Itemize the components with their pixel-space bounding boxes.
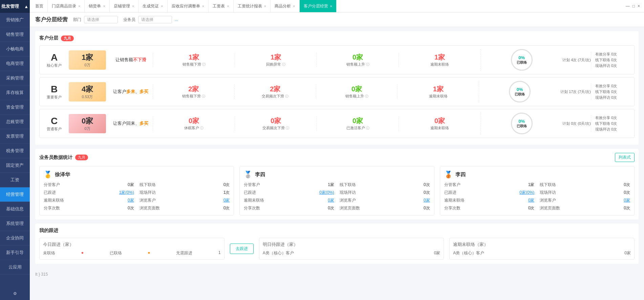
tab-voucher[interactable]: 生成凭证×: [138, 0, 167, 12]
tab-customer-tier[interactable]: 客户分层经营×: [300, 0, 337, 12]
list-item: 分管客户 1家: [444, 182, 535, 188]
main-area: 首页 门店商品目录× 销货单× 店铺管理× 生成凭证× 应收应付调整单× 工资表…: [30, 0, 644, 300]
staff-card-0: 🥇 徐泽华 分管客户 0家 线下联络 0次 已跟进: [39, 166, 234, 215]
gear-icon[interactable]: ⚙: [0, 287, 30, 300]
sidebar-item-ledger[interactable]: 总账管理: [0, 115, 30, 129]
info-icon[interactable]: ⓘ: [202, 62, 206, 67]
overdue-title: 逾期未联络（家）: [453, 241, 631, 248]
goto-followup-button[interactable]: 去跟进: [230, 244, 254, 254]
sidebar-item-fixed-assets[interactable]: 固定资产: [0, 158, 30, 173]
window-minimize-icon[interactable]: —: [626, 4, 630, 8]
list-item: 分享次数 0次: [44, 205, 134, 211]
staff-select[interactable]: 请选择: [138, 16, 172, 23]
sidebar-item-collab[interactable]: 企业协同: [0, 231, 30, 246]
tier-b-stat2: 2家 交易频次下滑 ⓘ: [234, 85, 316, 99]
tier-a-right-stats: 有效分享 0次 线下联络 0次 现场拜访 0次: [591, 52, 631, 68]
sidebar-item-purchase[interactable]: 采购管理: [0, 71, 30, 86]
sidebar-item-finance[interactable]: 资金管理: [0, 100, 30, 115]
close-icon[interactable]: ×: [330, 4, 332, 8]
info-icon[interactable]: ⓘ: [202, 94, 205, 99]
list-item: 现场拜访 1次: [139, 190, 230, 195]
sidebar-item-management[interactable]: 经营管理: [0, 187, 30, 202]
sidebar-header[interactable]: 批发管理 ▲: [0, 0, 30, 13]
sidebar-item-sales[interactable]: 销售管理: [0, 27, 30, 42]
close-icon[interactable]: ×: [202, 4, 204, 8]
list-style-button[interactable]: 列表式: [615, 153, 635, 162]
dept-label: 部门: [73, 17, 81, 23]
dept-select[interactable]: 请选择: [84, 16, 118, 23]
tier-a-stat4-label: 逾期未联络: [430, 62, 449, 67]
close-icon[interactable]: ×: [161, 4, 163, 8]
sidebar-item-guide[interactable]: 新手引导: [0, 246, 30, 260]
tier-b-stat3-label: 销售额上升 ⓘ: [345, 94, 368, 99]
tab-store-mgmt[interactable]: 店铺管理×: [110, 0, 138, 12]
tier-a-count-box: 1家 0万: [69, 50, 106, 70]
sidebar-item-marketing[interactable]: 营销推广: [0, 13, 30, 27]
close-icon[interactable]: ×: [78, 4, 80, 8]
tab-ar-ap[interactable]: 应收应付调整单×: [168, 0, 209, 12]
close-icon[interactable]: ×: [293, 4, 295, 8]
sidebar-item-invoice[interactable]: 发票管理: [0, 129, 30, 144]
close-icon[interactable]: ×: [264, 4, 266, 8]
info-icon[interactable]: ⓘ: [366, 62, 369, 67]
list-item: 已跟进 1家(0%): [44, 190, 134, 195]
sidebar-item-tax[interactable]: 税务管理: [0, 144, 30, 158]
staff-0-stats: 分管客户 0家 线下联络 0次 已跟进 1家(0%) 现场拜访: [44, 182, 230, 211]
sidebar-title: 批发管理: [1, 3, 19, 9]
info-icon[interactable]: ⓘ: [286, 126, 289, 131]
list-item: 线下联络 0次: [340, 182, 430, 188]
info-icon[interactable]: ⓘ: [366, 126, 369, 131]
tier-c-letter: C: [42, 116, 66, 126]
tab-bar: 首页 门店商品目录× 销货单× 店铺管理× 生成凭证× 应收应付调整单× 工资表…: [30, 0, 644, 13]
sidebar-item-payroll[interactable]: 工资: [0, 173, 30, 187]
tab-home[interactable]: 首页: [31, 0, 48, 12]
tab-payroll-report[interactable]: 工资统计报表×: [234, 0, 271, 12]
staff-filter: 业务员 请选择 ...: [123, 16, 178, 23]
info-icon[interactable]: ⓘ: [365, 94, 368, 99]
tier-c-stat4: 0家 逾期未联络: [399, 116, 480, 131]
tier-b-stat4: 1家 逾期未联络: [397, 85, 479, 99]
tier-a-plan: 计划 4次 (7天/次): [562, 57, 591, 63]
staff-1-stats: 分管客户 1家 线下联络 0次 已跟进 0家(0%) 现场拜访: [244, 182, 430, 211]
list-item: 分管客户 0家: [44, 182, 134, 188]
tier-a-stat2: 1家 回购异常 ⓘ: [235, 53, 317, 67]
tier-c-stat4-num: 0家: [434, 116, 445, 125]
sidebar-item-ecommerce-small[interactable]: 小畅电商: [0, 42, 30, 56]
close-icon[interactable]: ×: [132, 4, 134, 8]
bronze-medal-icon: 🥉: [444, 170, 453, 179]
tier-a-stat3-label: 销售额上升 ⓘ: [346, 62, 369, 67]
list-item: 线下联络 0次: [139, 182, 230, 188]
info-icon[interactable]: ⓘ: [285, 94, 288, 99]
today-followup-title: 今日跟进（家）: [43, 241, 221, 248]
tab-product-analysis[interactable]: 商品分析×: [271, 0, 299, 12]
tier-c-name: 普通客户: [42, 126, 66, 132]
tier-a-stat4: 1家 逾期未联络: [399, 53, 480, 67]
tab-payroll[interactable]: 工资表×: [209, 0, 233, 12]
sidebar-item-basic-info[interactable]: 基础信息: [0, 202, 30, 216]
tier-b-stat1: 2家 销售额下滑 ⓘ: [153, 85, 234, 99]
more-filter-icon[interactable]: ...: [175, 17, 178, 22]
window-maximize-icon[interactable]: □: [632, 4, 635, 8]
sidebar-item-system[interactable]: 系统管理: [0, 216, 30, 231]
tier-a-label: A 核心客户: [42, 52, 66, 68]
info-icon[interactable]: ⓘ: [200, 126, 203, 131]
sidebar-item-ecommerce[interactable]: 电商管理: [0, 56, 30, 71]
tier-c-stat1: 0家 休眠客户 ⓘ: [153, 116, 235, 131]
staff-name-1: 🥈 李四: [244, 170, 430, 179]
close-icon[interactable]: ×: [103, 4, 105, 8]
tab-store-products[interactable]: 门店商品目录×: [48, 0, 85, 12]
window-close-icon[interactable]: ×: [638, 4, 640, 8]
gold-medal-icon: 🥇: [44, 170, 52, 179]
close-icon[interactable]: ×: [227, 4, 229, 8]
tab-sales-order[interactable]: 销货单×: [85, 0, 109, 12]
tier-c-stat3-num: 0家: [352, 116, 363, 125]
tomorrow-followup-title: 明日待跟进（家）: [263, 241, 441, 248]
sidebar-item-cloud[interactable]: 云应用: [0, 260, 30, 275]
sidebar-item-inventory[interactable]: 库存核算: [0, 86, 30, 100]
list-item: 已跟进 0家(0%): [444, 190, 535, 195]
dept-filter: 部门 请选择: [73, 16, 118, 23]
tier-b-action: 让客户多来、多买: [109, 89, 153, 95]
info-icon[interactable]: ⓘ: [282, 62, 285, 67]
tier-b-stat2-num: 2家: [270, 85, 280, 94]
list-item: 已跟进 0家(0%): [244, 190, 334, 195]
